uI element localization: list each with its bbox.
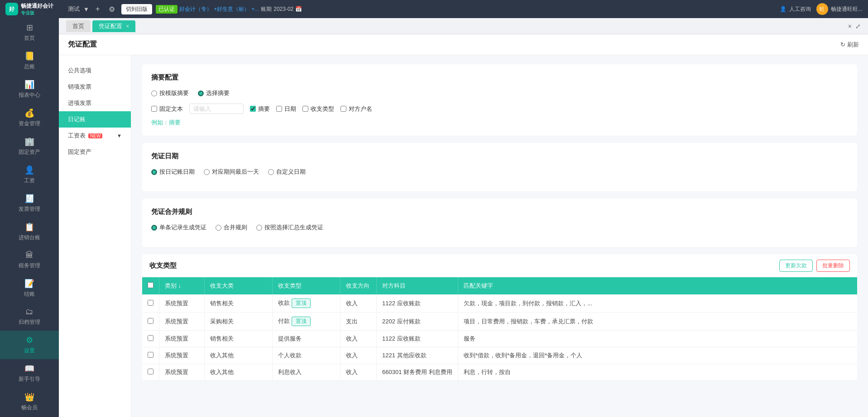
fixed-text-label[interactable]: 固定文本	[151, 105, 183, 113]
sidebar-item-member[interactable]: 👑 畅会员	[0, 388, 59, 416]
row-checkbox-cell[interactable]	[142, 313, 159, 331]
sidebar-item-close[interactable]: 📝 结账	[0, 274, 59, 303]
tab-voucher-label: 凭证配置	[99, 23, 122, 29]
sidebar-item-guide[interactable]: 📖 新手引导	[0, 359, 59, 388]
tab-expand-button[interactable]: ⤢	[855, 23, 861, 30]
salary-icon: 👤	[24, 165, 34, 175]
merge-radio-single-input[interactable]	[151, 225, 157, 231]
summary-checkbox-type[interactable]: 收支类型	[302, 105, 334, 113]
sidebar-item-assets[interactable]: 🏢 固定资产	[0, 132, 59, 161]
sidebar-item-reports[interactable]: 📊 报表中心	[0, 75, 59, 104]
row-checkbox-cell[interactable]	[142, 331, 159, 347]
date-radio-custom-input[interactable]	[268, 169, 274, 175]
row-type: 系统预置	[159, 364, 205, 381]
merge-radio-rules[interactable]: 合并规则	[216, 223, 247, 232]
row-checkbox-cell[interactable]	[142, 294, 159, 313]
add-button[interactable]: +	[93, 4, 102, 14]
calendar-icon[interactable]: 📅	[295, 6, 302, 12]
tab-home[interactable]: 首页	[66, 20, 91, 32]
sidebar-item-purchase[interactable]: 📋 进销台账	[0, 218, 59, 246]
merge-radio-rules-input[interactable]	[216, 225, 221, 231]
nav-item-public[interactable]: 公共选项	[59, 62, 131, 79]
reset-button[interactable]: 置顶	[292, 317, 311, 326]
sidebar-item-invoice[interactable]: 🧾 发票管理	[0, 189, 59, 218]
summary-checkbox-type-input[interactable]	[302, 106, 308, 112]
summary-radio-template-input[interactable]	[151, 90, 157, 96]
right-content: 摘要配置 按模版摘要 选择摘要	[131, 55, 868, 417]
nav-item-purchase-invoice[interactable]: 进项发票	[59, 95, 131, 111]
fixed-text-checkbox[interactable]	[151, 106, 157, 112]
update-receivable-button[interactable]: 更新欠款	[779, 260, 813, 272]
person-icon: 👤	[780, 6, 786, 12]
sidebar-item-home[interactable]: ⊞ 首页	[0, 18, 59, 47]
sidebar-item-tax[interactable]: 🏛 税务管理	[0, 246, 59, 274]
summary-radio-template[interactable]: 按模版摘要	[151, 89, 189, 97]
tab-close-window-button[interactable]: ×	[848, 23, 852, 30]
date-radio-custom-label: 自定义日期	[276, 168, 306, 176]
summary-checkbox-summary-input[interactable]	[250, 106, 256, 112]
nav-item-payroll[interactable]: 工资表 NEW ▼	[59, 128, 131, 144]
summary-checkbox-counterparty[interactable]: 对方户名	[340, 105, 372, 113]
reset-button[interactable]: 置顶	[292, 299, 311, 308]
row-big-category: 采购相关	[205, 313, 273, 331]
sidebar-label-tax: 税务管理	[19, 262, 40, 270]
date-radio-last-day[interactable]: 对应期间最后一天	[204, 168, 259, 176]
merge-radio-summary[interactable]: 按照选择汇总生成凭证	[256, 223, 323, 232]
summary-radio-template-label: 按模版摘要	[159, 89, 189, 97]
merge-radio-group: 单条记录生成凭证 合并规则 按照选择汇总生成凭证	[151, 223, 848, 232]
user-area[interactable]: 旺 畅捷通旺旺...	[816, 3, 863, 15]
settings-icon[interactable]: ⚙	[106, 4, 118, 14]
sidebar-item-salary[interactable]: 👤 工资	[0, 161, 59, 189]
summary-checkbox-date[interactable]: 日期	[276, 105, 296, 113]
summary-radio-select[interactable]: 选择摘要	[198, 89, 230, 97]
reports-icon: 📊	[24, 80, 34, 90]
nav-item-sales-invoice[interactable]: 销项发票	[59, 79, 131, 95]
row-checkbox[interactable]	[148, 352, 153, 358]
row-account: 1122 应收账款	[377, 331, 458, 347]
sidebar-item-archive[interactable]: 🗂 归档管理	[0, 303, 59, 331]
nav-item-fixed-assets[interactable]: 固定资产	[59, 144, 131, 160]
income-expense-table: 类别 ↓ 收支大类 收支类型 收支方向 对方科目 匹配关键字	[142, 277, 857, 381]
fixed-text-input[interactable]	[189, 104, 244, 114]
summary-checkbox-summary[interactable]: 摘要	[250, 105, 270, 113]
row-keywords: 欠款，现金，项目款，到付款，报销款，汇入，...	[458, 294, 858, 313]
summary-checkbox-date-input[interactable]	[276, 106, 282, 112]
row-small-category: 付款 置顶	[273, 313, 340, 331]
sidebar-item-settings[interactable]: ⚙ 设置	[0, 331, 59, 359]
sidebar-item-ledger[interactable]: 📒 总账	[0, 47, 59, 75]
invoice-icon: 🧾	[24, 194, 34, 204]
merge-radio-summary-label: 按照选择汇总生成凭证	[264, 223, 323, 232]
batch-delete-button[interactable]: 批量删除	[816, 260, 850, 272]
row-checkbox-cell[interactable]	[142, 347, 159, 364]
consult-area[interactable]: 👤 人工咨询	[780, 5, 811, 13]
row-checkbox[interactable]	[148, 300, 153, 306]
date-radio-custom[interactable]: 自定义日期	[268, 168, 306, 176]
tab-voucher-config[interactable]: 凭证配置 ×	[92, 20, 135, 32]
refresh-button[interactable]: ↻ 刷新	[840, 41, 859, 54]
date-radio-last-day-input[interactable]	[204, 169, 210, 175]
th-checkbox[interactable]	[142, 277, 159, 294]
summary-checkbox-counterparty-input[interactable]	[340, 106, 346, 112]
nav-label-payroll: 工资表	[68, 132, 86, 140]
summary-radio-select-input[interactable]	[198, 90, 204, 96]
sidebar-label-close: 结账	[24, 290, 35, 298]
date-radio-journal-input[interactable]	[151, 169, 157, 175]
nav-item-journal[interactable]: 日记账	[59, 111, 131, 128]
row-checkbox[interactable]	[148, 335, 153, 341]
tab-close-icon[interactable]: ×	[126, 23, 129, 29]
merge-title: 凭证合并规则	[151, 208, 848, 216]
company-dropdown-icon[interactable]: ▼	[83, 6, 89, 13]
select-all-checkbox[interactable]	[148, 282, 153, 288]
switch-version-button[interactable]: 切到旧版	[121, 4, 152, 14]
payroll-chevron-icon: ▼	[117, 133, 122, 138]
row-checkbox[interactable]	[148, 369, 153, 374]
sidebar-item-funds[interactable]: 💰 资金管理	[0, 104, 59, 132]
merge-radio-summary-input[interactable]	[256, 225, 262, 231]
tab-bar: 首页 凭证配置 × × ⤢	[59, 18, 868, 34]
th-keyword: 匹配关键字	[458, 277, 858, 294]
merge-radio-single[interactable]: 单条记录生成凭证	[151, 223, 206, 232]
row-checkbox-cell[interactable]	[142, 364, 159, 381]
example-prefix: 例如：	[151, 119, 169, 126]
date-radio-journal[interactable]: 按日记账日期	[151, 168, 195, 176]
row-checkbox[interactable]	[148, 318, 153, 324]
